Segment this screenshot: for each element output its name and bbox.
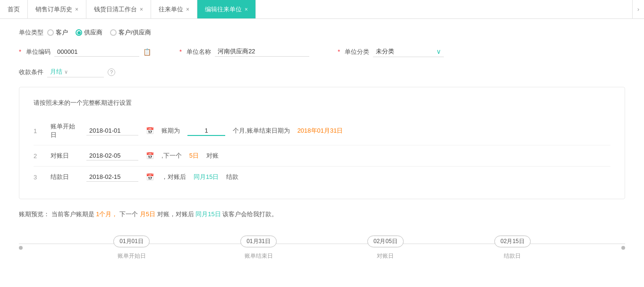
- timeline-badge-4: 02月15日: [494, 236, 531, 247]
- radio-supplier[interactable]: 供应商: [76, 28, 102, 37]
- chevron-right-icon: ›: [637, 6, 639, 13]
- billing-row-2-middle: 对账: [206, 152, 219, 160]
- billing-row-2-prefix: ,下一个: [161, 152, 182, 160]
- billing-row-3-prefix: ，对账后: [161, 173, 186, 181]
- radio-supplier-circle: [76, 29, 82, 36]
- billing-row-2-type: 对账日: [51, 152, 79, 160]
- tab-home[interactable]: 首页: [0, 0, 28, 18]
- timeline-item-1: 01月01日 账单开始日: [113, 236, 150, 260]
- billing-card-title: 请按照未来的一个完整帐期进行设置: [34, 99, 610, 107]
- billing-row-2-num: 2: [34, 152, 43, 160]
- unit-category-value: 未分类: [376, 47, 434, 56]
- timeline-label-2: 账单结束日: [245, 252, 273, 260]
- timeline-label-1: 账单开始日: [118, 252, 146, 260]
- billing-card: 请按照未来的一个完整帐期进行设置 1 账单开始日 📅 账期为 个月,账单结束日期…: [19, 87, 625, 199]
- unit-code-required: *: [19, 48, 21, 55]
- billing-reconcile-cal-icon[interactable]: 📅: [146, 152, 154, 160]
- tab-edit-partner-close[interactable]: ×: [245, 6, 248, 13]
- billing-row-2: 2 对账日 📅 ,下一个 5日 对账: [34, 145, 610, 167]
- unit-code-field: * 单位编码 📋: [19, 47, 151, 57]
- timeline-left-endpoint: [19, 246, 23, 250]
- preview-text-1: 当前客户账期是: [51, 211, 94, 218]
- billing-row-1-suffix-after: 个月,账单结束日期为: [233, 127, 290, 135]
- preview-text-2: 下一个: [119, 211, 138, 218]
- billing-row-3-num: 3: [34, 174, 43, 181]
- payment-terms-value: 月结: [50, 68, 62, 76]
- radio-both[interactable]: 客户/供应商: [110, 28, 151, 37]
- timeline-right-endpoint: [621, 246, 625, 250]
- billing-payment-cal-icon[interactable]: 📅: [146, 173, 154, 181]
- radio-customer-circle: [47, 29, 54, 36]
- chevron-down-icon: ∨: [436, 48, 441, 55]
- preview-text: 账期预览： 当前客户账期是 1个月， 下一个 月5日 对账，对账后 同月15日 …: [19, 209, 625, 219]
- tab-partner-units[interactable]: 往来单位 ×: [151, 0, 197, 18]
- help-icon[interactable]: ?: [108, 68, 115, 76]
- tab-cash-ledger[interactable]: 钱货日清工作台 ×: [86, 0, 151, 18]
- preview-highlight3: 同月15日: [195, 211, 220, 218]
- tab-cash-ledger-close[interactable]: ×: [140, 6, 143, 13]
- unit-type-row: 单位类型 客户 供应商 客户/供应商: [19, 28, 625, 37]
- billing-row-1-num: 1: [34, 127, 43, 135]
- billing-start-date-input[interactable]: [86, 126, 138, 135]
- billing-row-1-type: 账单开始日: [51, 122, 79, 139]
- timeline-label-3: 对账日: [377, 252, 394, 260]
- tab-sales-history-close[interactable]: ×: [75, 6, 78, 13]
- preview-highlight2: 月5日: [140, 211, 155, 218]
- timeline-badge-2: 01月31日: [240, 236, 277, 247]
- unit-name-required: *: [179, 48, 182, 55]
- payment-terms-label: 收款条件: [19, 68, 43, 76]
- tab-cash-ledger-label: 钱货日清工作台: [94, 5, 137, 14]
- tab-sales-history[interactable]: 销售订单历史 ×: [28, 0, 86, 18]
- preview-label: 账期预览：: [19, 211, 50, 218]
- unit-type-radio-group: 客户 供应商 客户/供应商: [47, 28, 151, 37]
- timeline-item-4: 02月15日 结款日: [494, 236, 531, 260]
- unit-category-field: * 单位分类 未分类 ∨: [338, 46, 444, 57]
- tab-more-button[interactable]: ›: [632, 0, 644, 18]
- preview-text-4: 该客户会给我打款。: [222, 211, 278, 218]
- billing-row-3-suffix: 结款: [226, 173, 238, 181]
- tab-sales-history-label: 销售订单历史: [35, 5, 72, 14]
- timeline-item-2: 01月31日 账单结束日: [240, 236, 277, 260]
- unit-type-field: 单位类型 客户 供应商 客户/供应商: [19, 28, 151, 37]
- timeline-badge-1: 01月01日: [113, 236, 150, 247]
- billing-row-2-day-highlight: 5日: [189, 152, 199, 160]
- payment-terms-field: 收款条件 月结 ∨ ?: [19, 67, 115, 77]
- unit-name-label: 单位名称: [186, 48, 211, 56]
- tab-edit-partner-label: 编辑往来单位: [205, 5, 242, 14]
- billing-months-input[interactable]: [187, 126, 225, 136]
- timeline-points: 01月01日 账单开始日 01月31日 账单结束日 02月05日 对账日 02月…: [19, 236, 625, 260]
- billing-row-3-type: 结款日: [51, 173, 79, 181]
- tab-bar: 首页 销售订单历史 × 钱货日清工作台 × 往来单位 × 编辑往来单位 × ›: [0, 0, 644, 19]
- preview-text-3: 对账，对账后: [157, 211, 194, 218]
- billing-reconcile-date-input[interactable]: [86, 151, 138, 160]
- tab-edit-partner[interactable]: 编辑往来单位 ×: [197, 0, 256, 18]
- billing-row-1: 1 账单开始日 📅 账期为 个月,账单结束日期为 2018年01月31日: [34, 117, 610, 145]
- billing-payment-date-input[interactable]: [86, 172, 138, 182]
- tab-home-label: 首页: [8, 5, 20, 14]
- radio-customer[interactable]: 客户: [47, 28, 68, 37]
- timeline-item-3: 02月05日 对账日: [367, 236, 404, 260]
- radio-supplier-label: 供应商: [84, 28, 102, 37]
- billing-start-cal-icon[interactable]: 📅: [146, 127, 154, 135]
- billing-row-1-suffix-before: 账期为: [161, 127, 180, 135]
- payment-terms-dropdown[interactable]: 月结 ∨: [47, 67, 104, 77]
- unit-type-label: 单位类型: [19, 28, 43, 37]
- unit-name-input[interactable]: [215, 47, 309, 57]
- unit-category-label: 单位分类: [345, 48, 369, 56]
- unit-category-select[interactable]: 未分类 ∨: [373, 46, 444, 57]
- timeline-badge-3: 02月05日: [367, 236, 404, 247]
- main-content: 单位类型 客户 供应商 客户/供应商 * 单位编码: [0, 19, 644, 287]
- unit-code-label: 单位编码: [26, 48, 51, 56]
- copy-icon[interactable]: 📋: [143, 48, 151, 56]
- dropdown-arrow-icon: ∨: [64, 69, 68, 75]
- tab-partner-units-label: 往来单位: [159, 5, 183, 14]
- billing-row-3: 3 结款日 📅 ，对账后 同月15日 结款: [34, 167, 610, 187]
- radio-customer-label: 客户: [56, 28, 68, 37]
- unit-info-row: * 单位编码 📋 * 单位名称 * 单位分类 未分类 ∨: [19, 46, 625, 57]
- timeline: 01月01日 账单开始日 01月31日 账单结束日 02月05日 对账日 02月…: [19, 231, 625, 270]
- unit-name-field: * 单位名称: [179, 47, 309, 57]
- preview-highlight1: 1个月，: [96, 211, 118, 218]
- unit-code-input[interactable]: [54, 47, 139, 57]
- radio-both-circle: [110, 29, 117, 36]
- tab-partner-units-close[interactable]: ×: [186, 6, 189, 13]
